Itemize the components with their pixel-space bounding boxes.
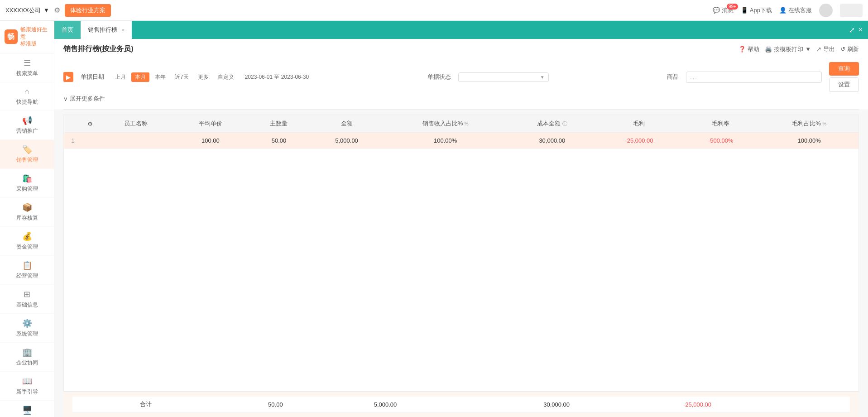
purchase-icon: 🛍️ — [22, 173, 32, 183]
date-more-btn[interactable]: 更多 — [194, 72, 212, 82]
sidebar-label-quick-nav: 快捷导航 — [16, 98, 38, 106]
top-bar: XXXXXX公司 ▼ ⚙ 体验行业方案 💬 消息 99+ 📱 App下载 👤 在… — [0, 0, 868, 21]
th-profit-rate: 毛利率 — [681, 115, 760, 133]
date-current-month-btn[interactable]: 本月 — [131, 72, 149, 82]
page-title: 销售排行榜(按业务员) — [63, 44, 134, 54]
cost-info-icon[interactable]: ⓘ — [562, 121, 567, 126]
refresh-btn[interactable]: ↺ 刷新 — [840, 45, 859, 53]
sidebar-item-operations[interactable]: 📋 经营管理 — [0, 256, 54, 285]
sidebar-item-system[interactable]: ⚙️ 系统管理 — [0, 314, 54, 343]
top-bar-right: 💬 消息 99+ 📱 App下载 👤 在线客服 — [713, 4, 863, 17]
profit-pct-icon: % — [822, 121, 826, 126]
avatar[interactable] — [819, 4, 833, 17]
app-download-btn[interactable]: 📱 App下载 — [741, 6, 772, 14]
print-dropdown-arrow: ▼ — [805, 46, 811, 53]
app-download-icon: 📱 — [741, 7, 748, 14]
sidebar-item-quick-nav[interactable]: ⌂ 快捷导航 — [0, 82, 54, 111]
tab-sales-rank[interactable]: 销售排行榜 × — [81, 21, 132, 39]
expand-more-row[interactable]: ∨ 展开更多条件 — [63, 92, 859, 105]
sidebar-logo[interactable]: 畅 畅康通好生意 标准版 — [0, 21, 54, 53]
th-amount: 全额 — [310, 115, 383, 133]
user-name-display — [840, 4, 863, 17]
expand-more-label: 展开更多条件 — [70, 95, 105, 103]
sidebar-label-system: 系统管理 — [16, 330, 38, 338]
header-actions: ❓ 帮助 🖨️ 按模板打印 ▼ ↗ 导出 — [739, 45, 859, 53]
expand-arrow-btn[interactable]: ▶ — [63, 72, 73, 82]
table-container: ⚙ 员工名称 平均单价 主数量 全额 销售收入占比% % 成本全额 ⓘ 毛利 毛… — [63, 115, 859, 392]
sidebar-item-basic[interactable]: ⊞ 基础信息 — [0, 285, 54, 314]
tab-home[interactable]: 首页 — [54, 21, 81, 39]
th-settings[interactable]: ⚙ — [82, 115, 98, 133]
sidebar-item-funds[interactable]: 💰 资金管理 — [0, 227, 54, 256]
goods-more-icon: ... — [690, 74, 698, 81]
footer-table: 合计 50.00 5,000.00 30,000.00 -25,000.00 — [72, 397, 850, 412]
date-last-month-btn[interactable]: 上月 — [111, 72, 129, 82]
tab-sales-rank-label: 销售排行榜 — [88, 26, 117, 34]
sidebar-item-newbie[interactable]: 📖 新手引导 — [0, 372, 54, 401]
footer-profit-pct-cell — [810, 397, 850, 412]
date-7days-btn[interactable]: 近7天 — [171, 72, 192, 82]
page-header: 销售排行榜(按业务员) ❓ 帮助 🖨️ 按模板打印 ▼ — [54, 39, 868, 110]
message-icon: 💬 — [713, 7, 720, 14]
app-wrapper: XXXXXX公司 ▼ ⚙ 体验行业方案 💬 消息 99+ 📱 App下载 👤 在… — [0, 0, 868, 417]
sidebar-label-inventory: 库存核算 — [16, 214, 38, 222]
query-btn[interactable]: 查询 — [829, 62, 859, 76]
export-btn[interactable]: ↗ 导出 — [816, 45, 835, 53]
cell-amount: 5,000.00 — [310, 133, 383, 149]
footer-settings-cell — [91, 397, 104, 412]
sidebar-label-enterprise: 企业协同 — [16, 359, 38, 367]
th-profit: 毛利 — [597, 115, 681, 133]
date-custom-btn[interactable]: 自定义 — [214, 72, 238, 82]
company-dropdown-arrow: ▼ — [43, 7, 49, 14]
date-current-year-btn[interactable]: 本年 — [151, 72, 169, 82]
sidebar-item-sales[interactable]: 🏷️ 销售管理 — [0, 140, 54, 169]
footer-label-cell: 合计 — [104, 397, 188, 412]
sidebar-item-inventory[interactable]: 📦 库存核算 — [0, 198, 54, 227]
tab-maximize-icon[interactable]: ⤢ — [849, 26, 855, 34]
sidebar-label-sales: 销售管理 — [16, 156, 38, 164]
settings-btn[interactable]: 设置 — [829, 77, 859, 92]
refresh-label: 刷新 — [847, 45, 859, 53]
sidebar-item-marketing[interactable]: 📢 营销推广 — [0, 111, 54, 140]
status-dropdown-arrow: ▼ — [540, 75, 545, 80]
sidebar-item-search-order[interactable]: ☰ 搜索菜单 — [0, 53, 54, 82]
tab-close-all-icon[interactable]: × — [858, 26, 863, 34]
tab-close-icon[interactable]: × — [122, 27, 125, 33]
table-row: 1 100.00 50.00 5,000.00 100.00% 30,000.0… — [64, 133, 858, 149]
footer-cost-cell: 30,000.00 — [488, 397, 625, 412]
sales-rank-table: ⚙ 员工名称 平均单价 主数量 全额 销售收入占比% % 成本全额 ⓘ 毛利 毛… — [64, 115, 858, 149]
filter-row-1: ▶ 单据日期 上月 本月 本年 近7天 更多 自定义 2023-06-01 至 … — [63, 62, 859, 92]
template-print-btn[interactable]: 🖨️ 按模板打印 ▼ — [765, 45, 811, 53]
company-name: XXXXXX公司 — [5, 6, 41, 14]
settings-icon-btn[interactable]: ⚙ — [54, 6, 60, 14]
refresh-icon: ↺ — [840, 46, 845, 53]
cell-avg-price: 100.00 — [173, 133, 248, 149]
th-avg-price: 平均单价 — [173, 115, 248, 133]
cell-profit-rate: -500.00% — [681, 133, 760, 149]
sidebar-item-purchase[interactable]: 🛍️ 采购管理 — [0, 169, 54, 198]
search-order-icon: ☰ — [24, 58, 31, 68]
table-footer: 合计 50.00 5,000.00 30,000.00 -25,000.00 — [63, 392, 859, 417]
cell-rank: 1 — [64, 133, 82, 149]
sidebar-item-appstore[interactable]: 🖥️ 应用中心 — [0, 401, 54, 417]
online-service-btn[interactable]: 👤 在线客服 — [779, 6, 812, 14]
cell-cost: 30,000.00 — [508, 133, 597, 149]
date-label: 单据日期 — [81, 73, 104, 81]
template-print-label: 按模板打印 — [774, 45, 803, 53]
cell-sales-pct: 100.00% — [384, 133, 508, 149]
footer-sales-pct-cell — [448, 397, 488, 412]
sidebar-item-enterprise[interactable]: 🏢 企业协同 — [0, 343, 54, 372]
company-select[interactable]: XXXXXX公司 ▼ — [5, 6, 49, 14]
industry-btn[interactable]: 体验行业方案 — [65, 4, 111, 17]
footer-rank-cell — [72, 397, 91, 412]
pct-icon: % — [465, 121, 469, 126]
sidebar-label-basic: 基础信息 — [16, 301, 38, 309]
tab-bar: 首页 销售排行榜 × ⤢ × — [54, 21, 868, 39]
footer-amount-cell: 5,000.00 — [323, 397, 448, 412]
expand-down-icon: ∨ — [63, 96, 68, 102]
help-btn[interactable]: ❓ 帮助 — [739, 45, 759, 53]
date-buttons: 上月 本月 本年 近7天 更多 自定义 — [111, 72, 238, 82]
message-btn[interactable]: 💬 消息 99+ — [713, 6, 734, 14]
status-dropdown[interactable]: ▼ — [458, 72, 549, 82]
goods-input[interactable]: ... — [686, 72, 822, 83]
